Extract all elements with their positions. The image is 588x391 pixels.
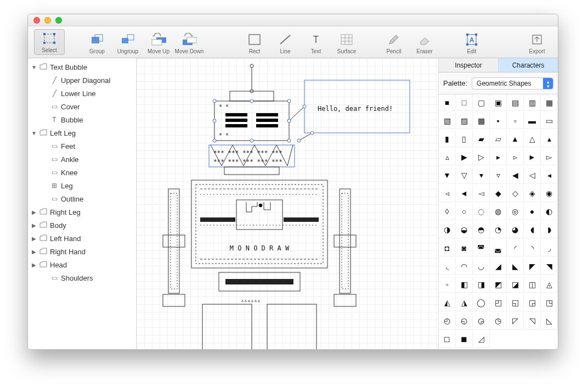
palette-char[interactable]: ◥ [541, 258, 558, 275]
character-palette[interactable]: ■□▢▣▤▥▦▧▨▩▪▫▬▭▮▯▰▱▲△▴▵▶▷▸▹►▻▼▽▾▿◀◁◂◃◄◅◆◇… [439, 94, 558, 349]
palette-char[interactable]: ◒ [456, 222, 473, 238]
palette-char[interactable]: ▣ [490, 94, 507, 111]
palette-char[interactable]: ◱ [507, 295, 524, 311]
edit-button[interactable]: A Edit [456, 30, 487, 54]
palette-char[interactable]: ◩ [490, 276, 507, 293]
palette-char[interactable]: ◤ [524, 258, 541, 275]
palette-char[interactable]: ◺ [541, 313, 558, 329]
palette-char[interactable]: ◡ [473, 258, 490, 275]
tree-row[interactable]: ▶Right Leg [28, 205, 136, 219]
disclosure-open-icon[interactable]: ▼ [31, 130, 37, 136]
palette-char[interactable]: ◎ [507, 204, 524, 220]
palette-char[interactable]: ◭ [439, 295, 456, 311]
minimize-icon[interactable] [44, 17, 51, 24]
palette-char[interactable]: ◧ [456, 276, 473, 293]
palette-char[interactable]: ◹ [524, 313, 541, 329]
palette-char[interactable]: ◣ [507, 258, 524, 275]
tree-row[interactable]: ▭Feet [28, 139, 136, 153]
palette-char[interactable]: ▹ [507, 149, 524, 165]
palette-char[interactable]: ◯ [473, 295, 490, 311]
titlebar[interactable] [28, 14, 558, 26]
canvas[interactable]: * * * * [137, 58, 438, 349]
palette-char[interactable]: ◘ [439, 240, 456, 256]
palette-char[interactable]: ◞ [541, 240, 558, 256]
palette-char[interactable]: ◢ [490, 258, 507, 275]
palette-char[interactable]: ● [524, 204, 541, 220]
disclosure-closed-icon[interactable]: ▶ [31, 236, 37, 242]
layers-sidebar[interactable]: ▼Text Bubble╱Upper Diagonal╱Lower Line▭C… [28, 58, 137, 349]
palette-char[interactable]: ◈ [524, 186, 541, 202]
palette-char[interactable]: ▱ [490, 131, 507, 147]
palette-char[interactable]: ▵ [439, 149, 456, 165]
palette-char[interactable]: ▻ [541, 149, 558, 165]
surface-tool-button[interactable]: Surface [331, 30, 362, 54]
tree-row[interactable]: ▼Left Leg [28, 126, 136, 139]
disclosure-closed-icon[interactable]: ▶ [31, 249, 37, 255]
disclosure-closed-icon[interactable]: ▶ [31, 222, 37, 228]
palette-char[interactable]: ◀ [507, 167, 524, 184]
palette-char[interactable]: ◷ [490, 313, 507, 329]
palette-char[interactable]: ◄ [456, 186, 473, 202]
palette-char[interactable]: ▦ [541, 94, 558, 111]
palette-char[interactable]: ◬ [541, 276, 558, 293]
tree-row[interactable]: ▶Left Hand [28, 232, 136, 245]
palette-char[interactable]: ◮ [456, 295, 473, 311]
palette-char[interactable]: ▢ [473, 94, 490, 111]
palette-char[interactable]: ◅ [473, 186, 490, 202]
tree-row[interactable]: ⊞Leg [28, 179, 136, 192]
tree-row[interactable]: ▭Ankle [28, 153, 136, 166]
pencil-tool-button[interactable]: Pencil [378, 30, 409, 54]
palette-char[interactable]: ▼ [439, 167, 456, 184]
tree-row[interactable]: ▼Text Bubble [28, 60, 136, 74]
zoom-icon[interactable] [55, 17, 62, 24]
palette-char[interactable]: ◻ [439, 331, 456, 348]
palette-char[interactable]: ■ [439, 94, 456, 111]
palette-char[interactable]: ▶ [456, 149, 473, 165]
palette-char[interactable]: ◌ [473, 204, 490, 220]
palette-char[interactable]: ▸ [490, 149, 507, 165]
export-button[interactable]: Export [522, 30, 552, 54]
palette-char[interactable]: ◊ [439, 204, 456, 220]
palette-char[interactable]: ◛ [490, 240, 507, 256]
disclosure-open-icon[interactable]: ▼ [31, 64, 37, 70]
palette-char[interactable]: ◫ [524, 276, 541, 293]
palette-select[interactable]: Geometric Shapes ▴▾ [472, 77, 553, 90]
palette-char[interactable]: ◝ [524, 240, 541, 256]
palette-char[interactable]: ◶ [473, 313, 490, 329]
palette-char[interactable]: ◦ [439, 276, 456, 293]
select-tool-button[interactable]: Select [34, 29, 65, 55]
palette-char[interactable]: ◚ [473, 240, 490, 256]
palette-char[interactable]: ◐ [541, 204, 558, 220]
palette-char[interactable]: ◪ [507, 276, 524, 293]
palette-char[interactable]: ◂ [541, 167, 558, 184]
tree-row[interactable]: ▶Right Hand [28, 245, 136, 258]
palette-char[interactable]: ◠ [456, 258, 473, 275]
palette-char[interactable]: ▾ [473, 167, 490, 184]
palette-char[interactable]: ◸ [507, 313, 524, 329]
eraser-tool-button[interactable]: Eraser [409, 30, 440, 54]
text-tool-button[interactable]: T Text [301, 30, 331, 54]
palette-char[interactable]: ◁ [524, 167, 541, 184]
palette-char[interactable]: ▭ [541, 113, 558, 129]
palette-char[interactable]: ▲ [507, 131, 524, 147]
palette-char[interactable]: ▫ [507, 113, 524, 129]
tree-row[interactable]: ╱Upper Diagonal [28, 74, 136, 87]
close-icon[interactable] [33, 17, 40, 24]
palette-char[interactable]: ▥ [524, 94, 541, 111]
palette-char[interactable]: ◃ [439, 186, 456, 202]
disclosure-closed-icon[interactable]: ▶ [31, 209, 37, 215]
tree-row[interactable]: ▶Body [28, 219, 136, 232]
rect-tool-button[interactable]: Rect [239, 30, 270, 54]
palette-char[interactable]: ▷ [473, 149, 490, 165]
palette-char[interactable]: □ [456, 94, 473, 111]
tree-row[interactable]: ▶Head [28, 258, 136, 271]
group-button[interactable]: Group [82, 30, 112, 54]
tab-characters[interactable]: Characters [499, 58, 558, 72]
palette-char[interactable]: ◲ [524, 295, 541, 311]
palette-char[interactable]: ◰ [490, 295, 507, 311]
tree-row[interactable]: ╱Lower Line [28, 87, 136, 100]
palette-char[interactable]: ◉ [541, 186, 558, 202]
move-down-button[interactable]: Move Down [174, 30, 205, 54]
palette-char[interactable]: ▯ [456, 131, 473, 147]
palette-char[interactable]: △ [524, 131, 541, 147]
